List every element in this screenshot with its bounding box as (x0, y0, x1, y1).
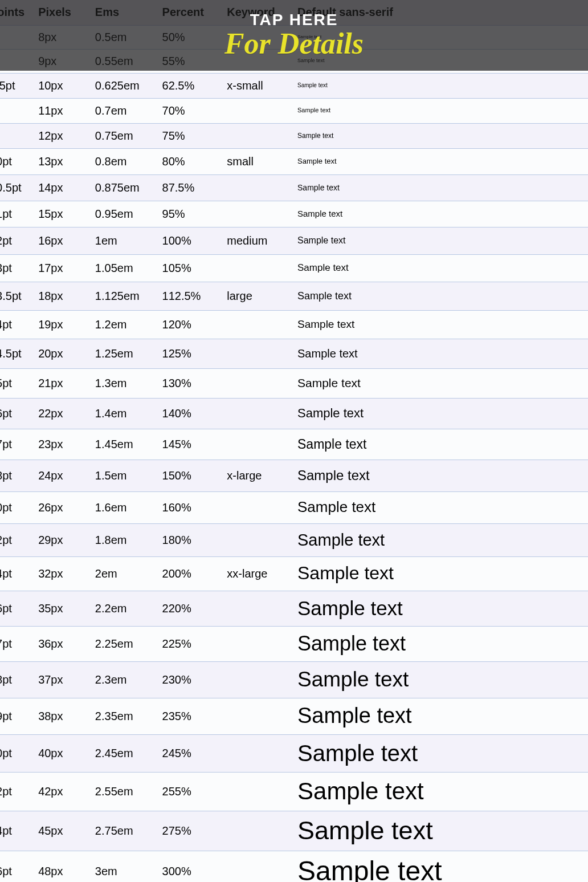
cell-ems: 1em (88, 227, 156, 254)
cell-keyword (220, 591, 291, 626)
cell-pixels: 20px (31, 339, 88, 368)
tap-here-banner[interactable]: TAP HERE For Details (0, 0, 588, 71)
cell-sample-text: Sample text (291, 591, 588, 626)
cell-keyword (220, 174, 291, 201)
cell-pixels: 15px (31, 201, 88, 227)
cell-ems: 0.7em (88, 98, 156, 123)
cell-percent: 200% (156, 556, 220, 591)
cell-sample-text: Sample text (291, 626, 588, 661)
cell-ems: 1.5em (88, 460, 156, 491)
cell-pixels: 23px (31, 429, 88, 460)
cell-keyword (220, 201, 291, 227)
cell-points: 11pt (0, 201, 31, 227)
cell-ems: 2.3em (88, 661, 156, 698)
cell-sample-text: Sample text (291, 148, 588, 174)
cell-ems: 1.3em (88, 368, 156, 398)
table-row: 29pt38px2.35em235%Sample text (0, 698, 588, 734)
cell-points: 30pt (0, 734, 31, 772)
cell-pixels: 12px (31, 123, 88, 148)
cell-keyword: x-large (220, 460, 291, 491)
cell-pixels: 11px (31, 98, 88, 123)
table-row: 14pt19px1.2em120%Sample text (0, 310, 588, 339)
table-row: 22pt29px1.8em180%Sample text (0, 523, 588, 556)
cell-keyword (220, 310, 291, 339)
table-row: 34pt45px2.75em275%Sample text (0, 811, 588, 851)
cell-keyword (220, 429, 291, 460)
cell-percent: 70% (156, 98, 220, 123)
cell-percent: 230% (156, 661, 220, 698)
cell-pixels: 48px (31, 851, 88, 882)
cell-percent: 87.5% (156, 174, 220, 201)
cell-ems: 0.625em (88, 73, 156, 98)
cell-sample-text: Sample text (291, 491, 588, 523)
cell-percent: 245% (156, 734, 220, 772)
table-row: 10pt13px0.8em80%smallSample text (0, 148, 588, 174)
table-row: 16pt22px1.4em140%Sample text (0, 398, 588, 429)
cell-pixels: 26px (31, 491, 88, 523)
cell-pixels: 21px (31, 368, 88, 398)
table-row: 13.5pt18px1.125em112.5%largeSample text (0, 282, 588, 310)
cell-points: 29pt (0, 698, 31, 734)
cell-ems: 1.45em (88, 429, 156, 460)
cell-sample-text: Sample text (291, 698, 588, 734)
cell-sample-text: Sample text (291, 460, 588, 491)
cell-ems: 0.875em (88, 174, 156, 201)
cell-keyword: large (220, 282, 291, 310)
cell-sample-text: Sample text (291, 772, 588, 811)
table-row: 13pt17px1.05em105%Sample text (0, 254, 588, 282)
table-row: 18pt24px1.5em150%x-largeSample text (0, 460, 588, 491)
cell-percent: 120% (156, 310, 220, 339)
cell-keyword (220, 734, 291, 772)
cell-ems: 2.2em (88, 591, 156, 626)
cell-sample-text: Sample text (291, 811, 588, 851)
cell-ems: 2em (88, 556, 156, 591)
cell-pixels: 10px (31, 73, 88, 98)
cell-ems: 1.4em (88, 398, 156, 429)
cell-sample-text: Sample text (291, 227, 588, 254)
cell-percent: 80% (156, 148, 220, 174)
cell-keyword (220, 626, 291, 661)
cell-pixels: 42px (31, 772, 88, 811)
cell-points: 14pt (0, 310, 31, 339)
cell-percent: 112.5% (156, 282, 220, 310)
cell-pixels: 36px (31, 626, 88, 661)
cell-points (0, 123, 31, 148)
table-row: 20pt26px1.6em160%Sample text (0, 491, 588, 523)
cell-points: 22pt (0, 523, 31, 556)
table-row: 32pt42px2.55em255%Sample text (0, 772, 588, 811)
cell-sample-text: Sample text (291, 98, 588, 123)
cell-ems: 0.8em (88, 148, 156, 174)
cell-points: 18pt (0, 460, 31, 491)
cell-keyword (220, 772, 291, 811)
cell-points: 27pt (0, 626, 31, 661)
cell-ems: 2.35em (88, 698, 156, 734)
cell-percent: 255% (156, 772, 220, 811)
cell-percent: 225% (156, 626, 220, 661)
cell-percent: 100% (156, 227, 220, 254)
cell-points: 32pt (0, 772, 31, 811)
banner-details-line: For Details (224, 29, 364, 59)
cell-pixels: 35px (31, 591, 88, 626)
cell-points: 16pt (0, 398, 31, 429)
cell-pixels: 40px (31, 734, 88, 772)
cell-keyword: xx-large (220, 556, 291, 591)
cell-pixels: 18px (31, 282, 88, 310)
cell-points: 34pt (0, 811, 31, 851)
table-row: 36pt48px3em300%Sample text (0, 851, 588, 882)
cell-points: 20pt (0, 491, 31, 523)
cell-percent: 130% (156, 368, 220, 398)
cell-keyword (220, 661, 291, 698)
cell-ems: 2.55em (88, 772, 156, 811)
cell-sample-text: Sample text (291, 398, 588, 429)
cell-percent: 150% (156, 460, 220, 491)
cell-points (0, 98, 31, 123)
cell-ems: 0.95em (88, 201, 156, 227)
table-row: 28pt37px2.3em230%Sample text (0, 661, 588, 698)
cell-sample-text: Sample text (291, 201, 588, 227)
cell-ems: 0.75em (88, 123, 156, 148)
cell-keyword (220, 98, 291, 123)
cell-percent: 95% (156, 201, 220, 227)
cell-sample-text: Sample text (291, 429, 588, 460)
cell-keyword: medium (220, 227, 291, 254)
cell-ems: 1.125em (88, 282, 156, 310)
